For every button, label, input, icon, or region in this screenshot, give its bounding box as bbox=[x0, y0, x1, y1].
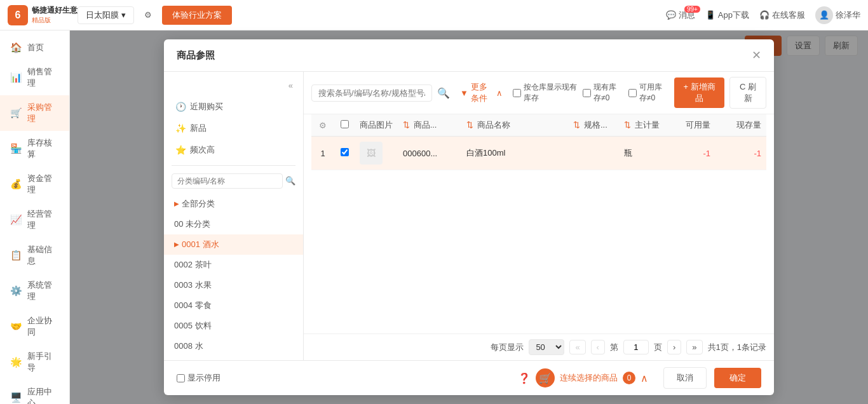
cancel-button[interactable]: 取消 bbox=[663, 367, 707, 389]
toolbar-row: 🔍 ▼ 更多条件 ∧ 按仓库显示现有库存 bbox=[304, 72, 774, 114]
add-product-button[interactable]: + 新增商品 bbox=[674, 77, 724, 108]
nav-customer-service[interactable]: 🎧 在线客服 bbox=[759, 10, 805, 21]
filter-icon: ▼ bbox=[460, 88, 468, 98]
sort-icon-spec[interactable]: ⇅ bbox=[573, 120, 580, 130]
checkbox-show-stock-input[interactable] bbox=[513, 89, 521, 97]
checkbox-nonzero-stock-input[interactable] bbox=[583, 89, 591, 97]
right-panel: 🔍 ▼ 更多条件 ∧ 按仓库显示现有库存 bbox=[304, 72, 774, 360]
select-all-checkbox[interactable] bbox=[341, 120, 349, 128]
checkbox-show-stock[interactable]: 按仓库显示现有库存 bbox=[513, 82, 578, 104]
operation-icon: 📈 bbox=[10, 214, 22, 226]
product-reference-modal: 商品参照 ✕ « 🕐 近期购买 bbox=[164, 39, 774, 395]
page-size-select[interactable]: 50 10 20 100 bbox=[529, 339, 564, 355]
sort-icon-unit[interactable]: ⇅ bbox=[624, 120, 631, 130]
logo: 6 畅捷通好生意 精品版 bbox=[8, 5, 78, 25]
show-disabled-checkbox[interactable]: 显示停用 bbox=[177, 372, 220, 384]
product-search-input[interactable] bbox=[311, 84, 432, 102]
tab-new-products[interactable]: ✨ 新品 bbox=[169, 118, 298, 138]
sidebar-item-system[interactable]: ⚙️ 系统管理 bbox=[0, 273, 69, 309]
sidebar-item-apps[interactable]: 🖥️ 应用中心 bbox=[0, 380, 69, 404]
sort-icon-code[interactable]: ⇅ bbox=[403, 120, 410, 130]
refresh-button[interactable]: C 刷新 bbox=[729, 77, 766, 109]
category-tree: ▶ 全部分类 00 未分类 ▶ 0001 酒水 0002 茶 bbox=[164, 191, 303, 355]
page-number-input[interactable] bbox=[623, 340, 649, 354]
sidebar-item-home[interactable]: 🏠 首页 bbox=[0, 36, 69, 60]
experience-button[interactable]: 体验行业方案 bbox=[162, 6, 232, 25]
sidebar-item-operation[interactable]: 📈 经营管理 bbox=[0, 202, 69, 238]
table-settings-icon[interactable]: ⚙ bbox=[319, 121, 327, 130]
modal-footer: 显示停用 ❓ 🛒 连续选择的商品 0 ∧ 取消 确定 bbox=[164, 360, 774, 395]
category-search-row: 🔍 bbox=[164, 171, 303, 191]
guide-icon: 🌟 bbox=[10, 356, 22, 368]
category-search-input[interactable] bbox=[172, 173, 283, 189]
checkbox-nonzero-stock[interactable]: 现有库存≠0 bbox=[583, 82, 623, 104]
row-name: 白酒100ml bbox=[461, 137, 568, 170]
clock-icon: 🕐 bbox=[175, 102, 186, 112]
tree-item-tea[interactable]: 0002 茶叶 bbox=[164, 255, 303, 275]
row-unit: 瓶 bbox=[619, 137, 665, 170]
table-wrapper: ⚙ 商品图片 bbox=[304, 114, 774, 333]
modal-close-button[interactable]: ✕ bbox=[752, 48, 761, 62]
cart-collapse-icon[interactable]: ∧ bbox=[641, 372, 648, 384]
cart-count-badge: 0 bbox=[623, 372, 635, 384]
message-icon: 💬 bbox=[666, 10, 676, 20]
tree-item-uncategorized[interactable]: 00 未分类 bbox=[164, 214, 303, 234]
pagination-row: 每页显示 50 10 20 100 « ‹ 第 页 bbox=[304, 333, 774, 360]
checkbox-nonzero-available-input[interactable] bbox=[628, 89, 637, 97]
row-code: 000600... bbox=[398, 137, 461, 170]
tree-item-snacks[interactable]: 0004 零食 bbox=[164, 295, 303, 316]
sidebar-item-sales[interactable]: 📊 销售管理 bbox=[0, 60, 69, 95]
help-icon[interactable]: ❓ bbox=[518, 372, 531, 384]
search-icon[interactable]: 🔍 bbox=[285, 176, 295, 185]
modal-body: « 🕐 近期购买 ✨ 新品 ⭐ bbox=[164, 72, 774, 360]
last-page-button[interactable]: » bbox=[686, 340, 702, 354]
nav-app-download[interactable]: 📱 App下载 bbox=[705, 10, 749, 21]
sort-icon-name[interactable]: ⇅ bbox=[466, 120, 473, 130]
nav-dropdown[interactable]: 日太阳膜 ▾ bbox=[78, 6, 134, 24]
checkbox-nonzero-available[interactable]: 可用库存≠0 bbox=[628, 82, 669, 104]
sidebar-item-purchase[interactable]: 🛒 采购管理 bbox=[0, 95, 69, 131]
cart-section[interactable]: ❓ 🛒 连续选择的商品 0 ∧ bbox=[518, 368, 648, 387]
tab-frequent[interactable]: ⭐ 频次高 bbox=[169, 140, 298, 160]
table-row[interactable]: 1 🖼 bbox=[311, 137, 766, 170]
tree-item-alcohol[interactable]: ▶ 0001 酒水 bbox=[164, 234, 303, 255]
modal-header: 商品参照 ✕ bbox=[164, 39, 774, 72]
next-page-button[interactable]: › bbox=[667, 340, 681, 354]
sidebar: 🏠 首页 📊 销售管理 🛒 采购管理 🏪 库存核算 💰 资金管理 📈 经营管理 … bbox=[0, 30, 70, 404]
filter-button[interactable]: ▼ 更多条件 ∧ bbox=[455, 79, 508, 107]
nav-user[interactable]: 👤 徐泽华 bbox=[815, 6, 860, 24]
main-content: 查询 设置 刷新 商品参照 ✕ « bbox=[70, 30, 868, 404]
basic-icon: 📋 bbox=[10, 250, 22, 261]
sidebar-item-inventory[interactable]: 🏪 库存核算 bbox=[0, 131, 69, 166]
finance-icon: 💰 bbox=[10, 178, 22, 190]
phone-icon: 📱 bbox=[705, 10, 715, 20]
sidebar-item-guide[interactable]: 🌟 新手引导 bbox=[0, 344, 69, 380]
col-unit-header: ⇅ 主计量 bbox=[619, 114, 665, 137]
tree-item-water[interactable]: 0008 水 bbox=[164, 336, 303, 355]
show-disabled-input[interactable] bbox=[177, 374, 185, 382]
nav-messages[interactable]: 💬 消息 99+ bbox=[666, 10, 695, 21]
sidebar-item-basic[interactable]: 📋 基础信息 bbox=[0, 238, 69, 273]
nav-center: 日太阳膜 ▾ ⚙ 体验行业方案 bbox=[78, 6, 666, 25]
layout: 🏠 首页 📊 销售管理 🛒 采购管理 🏪 库存核算 💰 资金管理 📈 经营管理 … bbox=[0, 30, 868, 404]
image-placeholder-icon: 🖼 bbox=[367, 148, 376, 158]
tab-recent-purchase[interactable]: 🕐 近期购买 bbox=[169, 97, 298, 117]
nav-gear-icon[interactable]: ⚙ bbox=[139, 8, 157, 22]
row-checkbox-input[interactable] bbox=[341, 148, 349, 156]
sidebar-item-finance[interactable]: 💰 资金管理 bbox=[0, 166, 69, 202]
left-divider bbox=[172, 165, 295, 166]
tree-item-all[interactable]: ▶ 全部分类 bbox=[164, 194, 303, 214]
collapse-left-button[interactable]: « bbox=[283, 77, 298, 94]
arrow-icon-alcohol: ▶ bbox=[174, 241, 179, 248]
tree-item-fruit[interactable]: 0003 水果 bbox=[164, 275, 303, 295]
system-icon: ⚙️ bbox=[10, 285, 22, 297]
table-header-row: ⚙ 商品图片 bbox=[311, 114, 766, 137]
product-search-button[interactable]: 🔍 bbox=[437, 87, 450, 99]
first-page-button[interactable]: « bbox=[569, 340, 585, 354]
tree-item-drinks[interactable]: 0005 饮料 bbox=[164, 316, 303, 336]
confirm-button[interactable]: 确定 bbox=[714, 368, 761, 388]
cart-icon[interactable]: 🛒 bbox=[536, 368, 555, 387]
user-icon: 👤 bbox=[819, 10, 829, 20]
sidebar-item-enterprise[interactable]: 🤝 企业协同 bbox=[0, 309, 69, 344]
prev-page-button[interactable]: ‹ bbox=[591, 340, 605, 354]
